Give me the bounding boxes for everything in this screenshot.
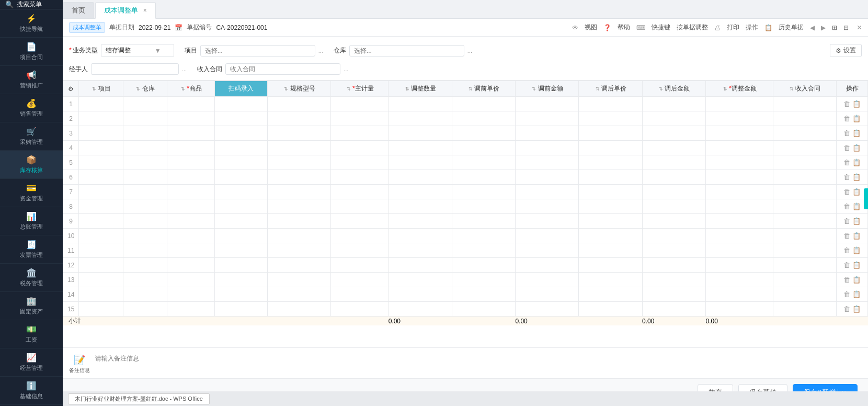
cell-adjust-amount[interactable] <box>705 141 773 155</box>
cell-adjust-amount[interactable] <box>705 126 773 141</box>
doc-close-icon[interactable]: × <box>857 23 862 32</box>
cell-adjust-amount[interactable] <box>705 185 773 199</box>
nav-next-icon[interactable]: ▶ <box>821 24 826 31</box>
warehouse-input[interactable] <box>349 45 464 57</box>
cell-pre-amount[interactable] <box>515 155 578 170</box>
cell-spec[interactable] <box>267 155 330 170</box>
cell-project[interactable] <box>79 111 123 126</box>
sidebar-item-sales[interactable]: 💰 销售管理 <box>0 94 63 122</box>
cell-post-unit-price[interactable] <box>579 170 642 185</box>
sidebar-search-label[interactable]: 搜索菜单 <box>17 0 42 9</box>
row-delete-button[interactable]: 🗑 <box>843 217 850 225</box>
row-copy-button[interactable]: 📋 <box>852 290 861 298</box>
cell-adjust-qty[interactable] <box>389 243 452 258</box>
cell-spec[interactable] <box>267 141 330 155</box>
cell-product[interactable] <box>167 273 214 287</box>
cell-unit[interactable] <box>331 126 389 141</box>
cell-product[interactable] <box>167 258 214 273</box>
cell-adjust-qty[interactable] <box>389 126 452 141</box>
business-type-select[interactable]: 结存调整 ▼ <box>101 44 174 57</box>
cell-unit[interactable] <box>331 97 389 111</box>
cell-spec[interactable] <box>267 126 330 141</box>
row-copy-button[interactable]: 📋 <box>852 276 861 284</box>
cell-scan[interactable] <box>215 126 268 141</box>
cell-post-unit-price[interactable] <box>579 126 642 141</box>
cell-pre-unit-price[interactable] <box>452 155 515 170</box>
cell-adjust-qty[interactable] <box>389 199 452 214</box>
cell-unit[interactable] <box>331 170 389 185</box>
cell-adjust-qty[interactable] <box>389 273 452 287</box>
shortcut-label[interactable]: 快捷键 <box>652 23 670 32</box>
cell-pre-amount[interactable] <box>515 243 578 258</box>
sidebar-item-project-contract[interactable]: 📄 项目合同 <box>0 38 63 66</box>
sidebar-item-basic-info[interactable]: ℹ️ 基础信息 <box>0 377 63 405</box>
cell-spec[interactable] <box>267 214 330 229</box>
cell-adjust-amount[interactable] <box>705 273 773 287</box>
cell-spec[interactable] <box>267 287 330 302</box>
cell-pre-unit-price[interactable] <box>452 287 515 302</box>
cell-warehouse[interactable] <box>123 111 167 126</box>
cell-post-amount[interactable] <box>642 97 705 111</box>
income-contract-input[interactable] <box>225 63 340 75</box>
cell-scan[interactable] <box>215 258 268 273</box>
cell-project[interactable] <box>79 214 123 229</box>
row-copy-button[interactable]: 📋 <box>852 188 861 196</box>
cell-post-unit-price[interactable] <box>579 111 642 126</box>
row-delete-button[interactable]: 🗑 <box>843 188 850 196</box>
cell-scan[interactable] <box>215 302 268 317</box>
cell-product[interactable] <box>167 229 214 243</box>
cell-scan[interactable] <box>215 287 268 302</box>
row-copy-button[interactable]: 📋 <box>852 129 861 137</box>
cell-adjust-qty[interactable] <box>389 111 452 126</box>
row-delete-button[interactable]: 🗑 <box>843 232 850 240</box>
row-copy-button[interactable]: 📋 <box>852 159 861 166</box>
cell-income-contract[interactable] <box>773 287 836 302</box>
cell-post-unit-price[interactable] <box>579 97 642 111</box>
cell-post-unit-price[interactable] <box>579 302 642 317</box>
help-label[interactable]: 帮助 <box>618 23 630 32</box>
notes-input[interactable] <box>95 352 862 371</box>
row-copy-button[interactable]: 📋 <box>852 305 861 313</box>
cell-project[interactable] <box>79 141 123 155</box>
cell-pre-amount[interactable] <box>515 141 578 155</box>
sidebar-item-funds[interactable]: 💳 资金管理 <box>0 179 63 207</box>
project-ellipsis[interactable]: ... <box>318 48 323 54</box>
sidebar-item-inventory[interactable]: 📦 库存核算 <box>0 151 63 179</box>
cell-income-contract[interactable] <box>773 199 836 214</box>
cell-income-contract[interactable] <box>773 170 836 185</box>
nav-prev-icon[interactable]: ◀ <box>810 24 815 31</box>
cell-adjust-amount[interactable] <box>705 97 773 111</box>
cell-product[interactable] <box>167 141 214 155</box>
cell-unit[interactable] <box>331 199 389 214</box>
cell-income-contract[interactable] <box>773 111 836 126</box>
cell-post-unit-price[interactable] <box>579 155 642 170</box>
cell-post-amount[interactable] <box>642 111 705 126</box>
cell-pre-amount[interactable] <box>515 302 578 317</box>
project-input[interactable] <box>200 45 315 57</box>
cell-unit[interactable] <box>331 229 389 243</box>
cell-unit[interactable] <box>331 243 389 258</box>
cell-spec[interactable] <box>267 199 330 214</box>
cell-unit[interactable] <box>331 185 389 199</box>
cell-pre-amount[interactable] <box>515 229 578 243</box>
row-copy-button[interactable]: 📋 <box>852 217 861 225</box>
cell-scan[interactable] <box>215 141 268 155</box>
sidebar-item-quick-nav[interactable]: ⚡ 快捷导航 <box>0 9 63 38</box>
tab-cost-adjust[interactable]: 成本调整单 × <box>95 2 156 19</box>
cell-warehouse[interactable] <box>123 141 167 155</box>
cell-unit[interactable] <box>331 302 389 317</box>
doc-no-value[interactable]: CA-20220921-001 <box>216 24 267 31</box>
sidebar-item-purchase[interactable]: 🛒 采购管理 <box>0 122 63 151</box>
row-delete-button[interactable]: 🗑 <box>843 246 850 254</box>
cell-spec[interactable] <box>267 258 330 273</box>
cell-warehouse[interactable] <box>123 97 167 111</box>
cell-spec[interactable] <box>267 243 330 258</box>
cell-adjust-qty[interactable] <box>389 214 452 229</box>
sidebar-item-business[interactable]: 📈 经营管理 <box>0 348 63 377</box>
row-delete-button[interactable]: 🗑 <box>843 173 850 181</box>
cell-product[interactable] <box>167 302 214 317</box>
row-delete-button[interactable]: 🗑 <box>843 290 850 298</box>
cell-pre-amount[interactable] <box>515 258 578 273</box>
cell-pre-amount[interactable] <box>515 273 578 287</box>
cell-spec[interactable] <box>267 273 330 287</box>
